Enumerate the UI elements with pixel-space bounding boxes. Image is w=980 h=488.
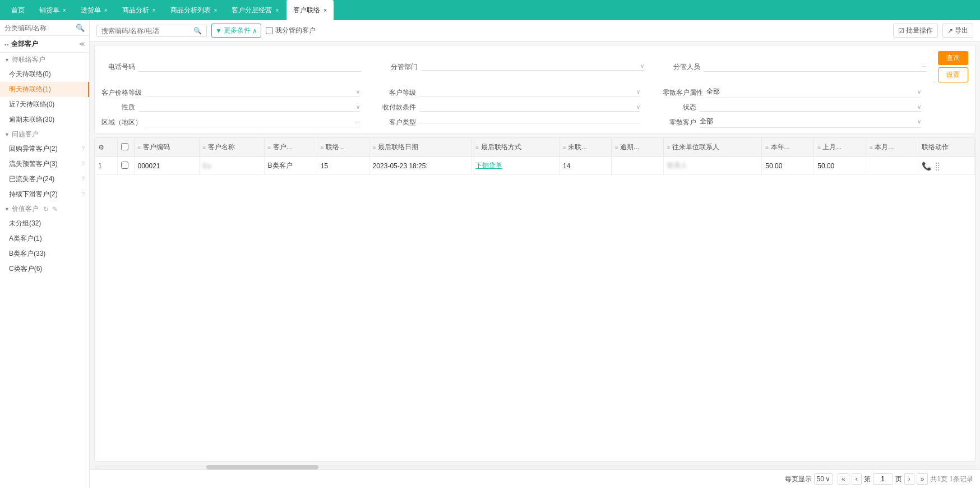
next-page-button[interactable]: ›	[904, 473, 914, 485]
nav-customer-segmentation[interactable]: 客户分层经营 ×	[225, 0, 285, 20]
settings-button[interactable]: 设置	[938, 67, 968, 82]
sidebar-content: ▪▪ 全部客户 ≪ ▼ 待联络客户 今天待联络(0) 明天待联络(1) 近7天待…	[0, 36, 89, 488]
nav-purchase-label: 进货单	[81, 6, 101, 15]
first-page-button[interactable]: «	[838, 473, 849, 485]
filter-price-select[interactable]: ∨	[145, 89, 360, 96]
row-checkbox[interactable]	[117, 157, 134, 175]
select-all-checkbox[interactable]	[121, 143, 128, 150]
filter-region-select[interactable]: ···	[145, 118, 360, 127]
nav-purchase-order[interactable]: 进货单 ×	[74, 0, 114, 20]
close-icon[interactable]: ×	[275, 7, 279, 13]
col-checkbox[interactable]	[117, 138, 134, 157]
col-last-month: ≡ 上月...	[814, 138, 866, 157]
filter-payment-select[interactable]: ∨	[419, 104, 641, 112]
filter-dept-select[interactable]: ∨	[421, 63, 644, 71]
chevron-down-icon: ∨	[917, 89, 921, 95]
col-settings[interactable]: ⚙	[95, 138, 117, 157]
query-button[interactable]: 查询	[938, 51, 968, 65]
row-select-checkbox[interactable]	[121, 162, 128, 169]
scrollbar-thumb[interactable]	[206, 465, 318, 469]
sidebar-search-icon[interactable]: 🔍	[76, 24, 85, 32]
sidebar-item-repurchase-abnormal[interactable]: 回购异常客户(2) ?	[0, 141, 89, 156]
sidebar-item-class-c[interactable]: C类客户(6)	[0, 261, 89, 277]
nav-sales-order-label: 销货单	[39, 6, 59, 15]
my-customers-checkbox[interactable]	[266, 27, 273, 34]
filter-phone-input[interactable]	[138, 62, 362, 72]
filter-btn-label: 更多条件	[224, 26, 251, 35]
edit-icon[interactable]: ✎	[52, 205, 58, 213]
more-icon[interactable]: ⣿	[935, 162, 940, 171]
close-icon[interactable]: ×	[104, 7, 108, 13]
close-icon[interactable]: ×	[214, 7, 218, 13]
sidebar-item-tomorrow[interactable]: 明天待联络(1)	[0, 82, 89, 97]
close-icon[interactable]: ×	[152, 7, 156, 13]
sidebar-item-overdue[interactable]: 逾期未联络(30)	[0, 112, 89, 127]
section-value-customers[interactable]: ▼ 价值客户 ↻ ✎	[0, 202, 89, 216]
action-buttons: 查询 设置	[938, 51, 968, 82]
export-button[interactable]: ↗ 导出	[942, 24, 973, 38]
sidebar-item-today[interactable]: 今天待联络(0)	[0, 67, 89, 82]
call-icon[interactable]: 📞	[922, 162, 931, 171]
filter-retail-customer-select[interactable]: 全部 ∨	[700, 117, 921, 128]
section-pending-contact[interactable]: ▼ 待联络客户	[0, 53, 89, 67]
page-unit: 页	[895, 475, 902, 484]
row-name: Ea	[199, 157, 264, 175]
filter-manager-select[interactable]: ···	[704, 62, 927, 72]
my-customers-checkbox-wrap[interactable]: 我分管的客户	[266, 26, 316, 35]
nav-customer-contact[interactable]: 客户联络 ×	[286, 0, 334, 20]
filter-panel: 电话号码 分管部门 ∨ 分管人员	[94, 45, 976, 134]
sidebar-item-class-a[interactable]: A类客户(1)	[0, 231, 89, 246]
sidebar-item-ungrouped[interactable]: 未分组(32)	[0, 216, 89, 231]
col-code: ≡ 客户编码	[134, 138, 199, 157]
col-last-method: ≡ 最后联络方式	[472, 138, 560, 157]
last-page-button[interactable]: »	[917, 473, 928, 485]
nav-product-analysis[interactable]: 商品分析 ×	[115, 0, 163, 20]
sidebar-item-declining[interactable]: 持续下滑客户(2) ?	[0, 187, 89, 202]
filter-row-3: 性质 ∨ 收付款条件 ∨ 状态	[101, 103, 968, 112]
sidebar-item-churned[interactable]: 已流失客户(24) ?	[0, 172, 89, 187]
help-icon: ?	[81, 146, 85, 152]
filter-price-label: 客户价格等级	[101, 88, 142, 98]
col-sort-icon: ≡	[268, 144, 271, 150]
filter-customer-type-select[interactable]	[419, 122, 641, 123]
gear-icon[interactable]: ⚙	[98, 144, 104, 151]
contact-person-blurred: 联系人	[667, 162, 687, 169]
nav-product-analysis-list[interactable]: 商品分析列表 ×	[164, 0, 224, 20]
filter-status-select[interactable]: ∨	[700, 104, 921, 112]
col-actions: 联络动作	[918, 138, 975, 157]
row-contact-count: 15	[317, 157, 369, 175]
sidebar-search-input[interactable]	[4, 24, 73, 32]
refresh-icon[interactable]: ↻	[43, 205, 49, 213]
toolbar-right: ☑ 批量操作 ↗ 导出	[893, 24, 973, 38]
sidebar-all-customers[interactable]: ▪▪ 全部客户 ≪	[0, 36, 89, 53]
close-icon[interactable]: ×	[323, 7, 327, 13]
page-size-wrap: 每页显示 50 ∨	[785, 473, 833, 485]
last-method-link[interactable]: 下销货单	[475, 162, 502, 169]
chevron-down-icon: ∨	[636, 104, 640, 110]
filter-retail-attr-select[interactable]: 全部 ∨	[706, 87, 921, 98]
more-filter-button[interactable]: ▼ 更多条件 ∧	[211, 24, 261, 38]
filter-nature-select[interactable]: ∨	[138, 104, 360, 112]
phone-input-field[interactable]	[138, 62, 362, 70]
row-last-method[interactable]: 下销货单	[472, 157, 560, 175]
nav-home[interactable]: 首页	[4, 0, 31, 20]
horizontal-scrollbar[interactable]	[94, 465, 976, 469]
batch-button[interactable]: ☑ 批量操作	[893, 24, 938, 38]
export-btn-label: 导出	[955, 26, 968, 35]
sidebar-item-7days[interactable]: 近7天待联络(0)	[0, 97, 89, 112]
search-icon[interactable]: 🔍	[193, 27, 202, 35]
prev-page-button[interactable]: ‹	[852, 473, 862, 485]
filter-nature-label: 性质	[101, 103, 135, 112]
triangle-icon: ▼	[4, 206, 10, 212]
sidebar-item-churn-warning[interactable]: 流失预警客户(3) ?	[0, 156, 89, 172]
search-input[interactable]	[101, 27, 191, 35]
filter-customer-level-select[interactable]: ∨	[419, 89, 641, 96]
page-size-select[interactable]: 50 ∨	[814, 473, 833, 485]
row-code: 000021	[134, 157, 199, 175]
sidebar-item-class-b[interactable]: B类客户(33)	[0, 246, 89, 261]
page-input[interactable]	[873, 473, 893, 485]
close-icon[interactable]: ×	[63, 7, 66, 13]
nav-sales-order[interactable]: 销货单 ×	[33, 0, 73, 20]
filter-retail-attr-label: 零散客户属性	[663, 88, 703, 98]
section-problem-customers[interactable]: ▼ 问题客户	[0, 127, 89, 141]
